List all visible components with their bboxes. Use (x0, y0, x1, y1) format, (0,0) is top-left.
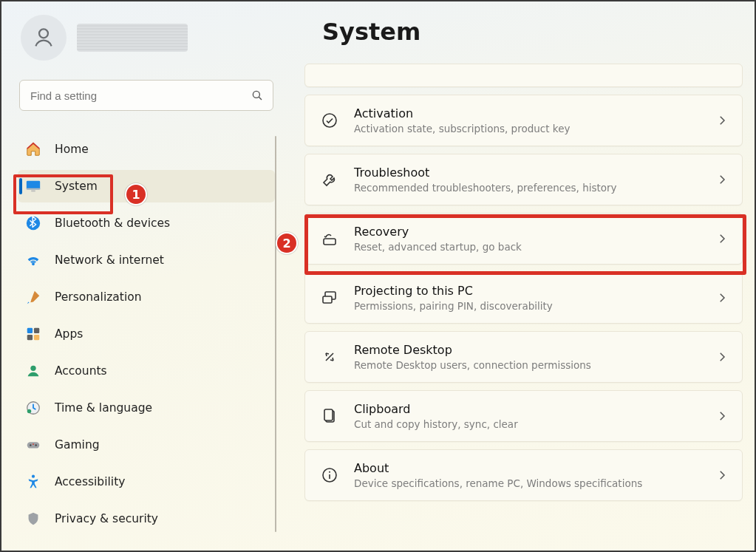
card-remote[interactable]: Remote Desktop Remote Desktop users, con… (304, 331, 743, 383)
sidebar-item-label: Home (55, 143, 89, 156)
search-box[interactable] (19, 80, 273, 111)
card-subtitle: Activation state, subscriptions, product… (354, 123, 701, 134)
sidebar-item-label: Time & language (55, 401, 152, 415)
home-icon (25, 141, 41, 157)
sidebar-item-bluetooth[interactable]: Bluetooth & devices (18, 207, 275, 239)
sidebar-item-home[interactable]: Home (18, 133, 275, 166)
svg-rect-9 (27, 335, 33, 340)
sidebar-item-label: Privacy & security (55, 512, 158, 525)
svg-rect-24 (324, 409, 333, 420)
chevron-right-icon (715, 173, 729, 186)
card-troubleshoot[interactable]: Troubleshoot Recommended troubleshooters… (304, 154, 743, 205)
user-icon (31, 25, 56, 50)
person-icon (25, 363, 41, 379)
svg-point-6 (27, 217, 40, 230)
card-subtitle: Cut and copy history, sync, clear (354, 418, 701, 430)
sidebar-item-label: Network & internet (55, 253, 164, 267)
card-title: Clipboard (354, 402, 701, 416)
card-recovery[interactable]: Recovery Reset, advanced startup, go bac… (304, 213, 743, 265)
card-title: Projecting to this PC (354, 284, 701, 298)
svg-point-15 (30, 444, 31, 446)
sidebar-item-label: System (55, 180, 98, 193)
clipboard-icon (320, 406, 339, 426)
svg-rect-10 (34, 335, 39, 340)
brush-icon (25, 289, 41, 305)
card-activation[interactable]: Activation Activation state, subscriptio… (304, 95, 743, 146)
svg-point-13 (27, 409, 32, 414)
sidebar-item-label: Personalization (55, 290, 142, 304)
sidebar-item-accounts[interactable]: Accounts (18, 355, 275, 387)
recovery-icon (320, 229, 339, 248)
page-title: System (322, 18, 743, 46)
wifi-icon (25, 252, 41, 268)
sidebar-item-personalization[interactable]: Personalization (18, 281, 275, 313)
sidebar-item-system[interactable]: System (18, 170, 275, 202)
clock-icon (25, 400, 41, 416)
card-title: Activation (354, 106, 701, 120)
accessibility-icon (25, 474, 41, 490)
sidebar-item-apps[interactable]: Apps (18, 318, 275, 350)
card-subtitle: Permissions, pairing PIN, discoverabilit… (354, 300, 701, 312)
card-about[interactable]: About Device specifications, rename PC, … (304, 449, 743, 501)
chevron-right-icon (715, 409, 729, 423)
chevron-right-icon (715, 291, 729, 304)
sidebar-item-gaming[interactable]: Gaming (18, 429, 275, 461)
avatar[interactable] (21, 15, 67, 61)
user-row (21, 15, 275, 61)
card-subtitle: Recommended troubleshooters, preferences… (354, 182, 701, 194)
card-subtitle: Device specifications, rename PC, Window… (354, 477, 701, 489)
svg-point-0 (39, 29, 48, 38)
svg-rect-7 (27, 328, 33, 333)
svg-rect-22 (323, 296, 332, 303)
sidebar-item-label: Accessibility (55, 475, 125, 488)
search-icon (251, 89, 264, 102)
card-title: About (354, 461, 701, 475)
main-panel: System Activation Activation state, subs… (297, 1, 747, 551)
project-icon (320, 288, 339, 307)
card-projecting[interactable]: Projecting to this PC Permissions, pairi… (304, 272, 743, 324)
svg-rect-8 (34, 328, 39, 333)
sidebar-item-label: Gaming (55, 438, 100, 452)
sidebar: Home System Bluetooth & devices Network … (1, 1, 282, 551)
wrench-icon (320, 170, 339, 189)
shield-icon (25, 511, 41, 527)
card-title: Recovery (354, 225, 701, 239)
svg-point-17 (33, 443, 34, 445)
cards-list: Activation Activation state, subscriptio… (304, 64, 743, 501)
chevron-right-icon (715, 468, 729, 482)
sidebar-item-time[interactable]: Time & language (18, 392, 275, 424)
remote-icon (320, 347, 339, 367)
sidebar-item-label: Accounts (55, 364, 107, 378)
svg-rect-5 (31, 191, 35, 192)
svg-point-27 (329, 471, 330, 473)
card-subtitle: Reset, advanced startup, go back (354, 241, 701, 253)
sidebar-item-label: Apps (55, 327, 83, 341)
svg-point-16 (35, 444, 36, 446)
svg-point-1 (253, 91, 259, 98)
sidebar-item-accessibility[interactable]: Accessibility (18, 466, 275, 498)
chevron-right-icon (715, 114, 729, 127)
check-circle-icon (320, 111, 339, 130)
sidebar-item-privacy[interactable]: Privacy & security (18, 502, 275, 535)
card-title: Troubleshoot (354, 166, 701, 180)
chevron-right-icon (715, 350, 729, 364)
card-stub-top (304, 64, 743, 87)
user-name-redacted (77, 24, 188, 52)
display-icon (25, 178, 41, 194)
sidebar-item-label: Bluetooth & devices (55, 217, 170, 230)
svg-line-2 (259, 97, 262, 100)
sidebar-item-network[interactable]: Network & internet (18, 244, 275, 276)
svg-rect-4 (27, 188, 40, 190)
search-input[interactable] (29, 89, 245, 103)
bluetooth-icon (25, 215, 41, 231)
card-subtitle: Remote Desktop users, connection permiss… (354, 359, 701, 371)
nav-list: Home System Bluetooth & devices Network … (18, 133, 275, 535)
svg-point-19 (323, 114, 336, 127)
chevron-right-icon (715, 232, 729, 245)
gamepad-icon (25, 437, 41, 453)
svg-point-18 (32, 475, 35, 478)
svg-rect-14 (27, 442, 40, 448)
svg-point-11 (30, 366, 35, 371)
card-clipboard[interactable]: Clipboard Cut and copy history, sync, cl… (304, 390, 743, 442)
apps-icon (25, 326, 41, 342)
